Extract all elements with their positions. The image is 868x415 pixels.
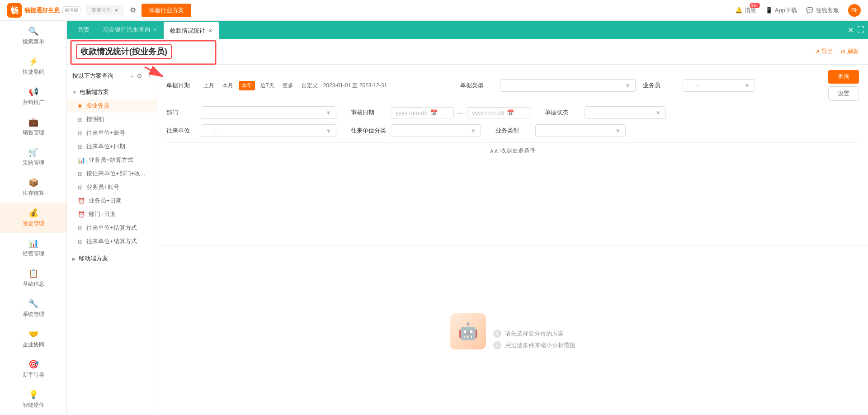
- header-right: 🔔 消息 99+ 📱 App下载 💬 在线客服 Rit: [735, 4, 861, 17]
- settings-icon[interactable]: ⚙: [130, 6, 136, 14]
- logo-icon: 畅: [7, 3, 22, 18]
- scheme-item-salesperson-settlement[interactable]: 📊 业务员+结算方式: [67, 153, 157, 167]
- date-shortcut-this-year[interactable]: 本年: [239, 81, 255, 90]
- action-buttons: 查询 设置: [828, 70, 859, 101]
- online-service-btn[interactable]: 💬 在线客服: [806, 6, 839, 14]
- scheme-group-mobile-title[interactable]: ▶ 移动端方案: [67, 252, 157, 265]
- edition-badge: 标准版: [62, 6, 80, 14]
- sidebar-item-system[interactable]: 🔧 系统管理: [0, 293, 66, 324]
- refresh-icon: ↺: [840, 48, 845, 55]
- scheme-item-salesperson-date[interactable]: ⏰ 业务员+日期: [67, 194, 157, 208]
- sidebar-item-finance[interactable]: 💰 资金管理: [0, 203, 66, 233]
- sidebar-item-quick-nav[interactable]: ⚡ 快捷导航: [0, 51, 66, 81]
- sidebar-item-enterprise[interactable]: 🤝 企业协同: [0, 324, 66, 354]
- mobile-expand-arrow: ▶: [72, 256, 76, 261]
- scheme-item-partner-settlement3[interactable]: ⊞ 往来单位+结算方式: [67, 235, 157, 248]
- date-shortcut-7days[interactable]: 近7天: [258, 81, 277, 90]
- tab-home[interactable]: 首页: [71, 26, 97, 34]
- calendar-icon-end: 📅: [507, 109, 514, 116]
- sidebar-item-sales[interactable]: 💼 销售管理: [0, 112, 66, 142]
- tab-expand-icon[interactable]: ⛶: [857, 26, 864, 34]
- date-shortcut-this-month[interactable]: 本月: [220, 81, 236, 90]
- scheme-item-by-detail[interactable]: ⊞ 按明细: [67, 113, 157, 126]
- user-avatar[interactable]: Rit: [848, 4, 861, 17]
- tab-receipt-stats[interactable]: 收款情况统计 ✕: [164, 22, 219, 40]
- date-shortcuts: 上月 本月 本年 近7天 更多 自定义 2023-01-01 至 2023-12…: [201, 81, 387, 90]
- filter-row-3: 往来单位 ··· ▼ 往来单位分类 ▼: [166, 124, 859, 137]
- sidebar-item-purchase[interactable]: 🛒 采购管理: [0, 142, 66, 172]
- date-shortcut-more[interactable]: 更多: [280, 81, 296, 90]
- desktop-expand-arrow: ▼: [72, 90, 77, 95]
- partner-more-icon[interactable]: ···: [213, 127, 218, 134]
- tab-bar-actions: ✕ ⛶: [848, 26, 864, 34]
- sidebar-item-hardware[interactable]: 💡 智能硬件: [0, 384, 66, 415]
- page-actions: ↗ 导出 ↺ 刷新: [815, 47, 859, 56]
- tip-number-2: 2: [493, 341, 501, 349]
- doc-type-select[interactable]: ▼: [500, 79, 636, 92]
- sidebar-item-basic[interactable]: 📋 基础信息: [0, 263, 66, 293]
- scheme-item-dept-date[interactable]: ⏰ 部门+日期: [67, 208, 157, 221]
- date-separator: —: [458, 109, 463, 116]
- company-selector[interactable]: 某某公司 ▼: [86, 5, 124, 15]
- query-button[interactable]: 查询: [828, 70, 859, 84]
- salesperson-date-icon: ⏰: [78, 198, 85, 204]
- empty-state: 🤖 1 请先选择要分析的方案 2 用过滤条件来缩小分析范围: [157, 246, 868, 415]
- inventory-icon: 📦: [28, 178, 38, 188]
- biz-type-select[interactable]: ▼: [535, 124, 626, 137]
- date-shortcut-last-month[interactable]: 上月: [201, 81, 217, 90]
- marketing-icon: 📢: [28, 87, 38, 97]
- sidebar-item-marketing[interactable]: 📢 营销推广: [0, 81, 66, 112]
- partner-type-label: 往来单位分类: [351, 127, 387, 135]
- scheme-header-actions: + ⚙ 《: [130, 72, 151, 80]
- tab-close-all-icon[interactable]: ✕: [848, 26, 854, 34]
- scheme-add-icon[interactable]: +: [130, 72, 134, 80]
- main-panel: 按以下方案查询 + ⚙ 《 ▼ 电脑端方案: [67, 65, 868, 415]
- scheme-item-by-salesperson[interactable]: ● 按业务员: [67, 99, 157, 113]
- partner-settlement2-icon: ⊞: [78, 225, 83, 231]
- scheme-collapse-icon[interactable]: 《: [145, 72, 151, 80]
- tab-bank-close-icon[interactable]: ✕: [153, 27, 157, 33]
- salesperson-scheme-icon: ●: [78, 102, 82, 110]
- refresh-btn[interactable]: ↺ 刷新: [840, 47, 859, 56]
- scheme-settings-icon[interactable]: ⚙: [137, 72, 142, 80]
- doc-type-label: 单据类型: [460, 81, 496, 90]
- settings-button[interactable]: 设置: [828, 86, 859, 101]
- collapse-more-btn[interactable]: ∧∧ 收起更多条件: [166, 142, 859, 158]
- partner-select[interactable]: ··· ▼: [201, 124, 336, 137]
- tab-receipt-close-icon[interactable]: ✕: [208, 28, 212, 34]
- filter-row-2: 部门 ▼ 审核日期 yyyy-mm-dd 📅: [166, 106, 859, 119]
- doc-status-select[interactable]: ▼: [585, 106, 666, 119]
- notification-btn[interactable]: 🔔 消息 99+: [735, 6, 756, 14]
- salesperson-select[interactable]: ··· ▼: [683, 79, 755, 92]
- partner-type-select[interactable]: ▼: [391, 124, 481, 137]
- dept-select[interactable]: ▼: [201, 106, 336, 119]
- sidebar-item-search-menu[interactable]: 🔍 搜索菜单: [0, 21, 66, 51]
- filter-row-1: 单据日期 上月 本月 本年 近7天 更多 自定义 2023-01-01 至 20…: [166, 70, 859, 101]
- review-date-start[interactable]: yyyy-mm-dd 📅: [391, 107, 454, 118]
- sidebar-item-guide[interactable]: 🎯 新手引导: [0, 354, 66, 384]
- review-date-end[interactable]: yyyy-mm-dd 📅: [467, 107, 530, 118]
- calendar-icon-start: 📅: [430, 109, 438, 116]
- scheme-item-partner-dept[interactable]: ⊞ 按往来单位+部门+收...: [67, 167, 157, 180]
- operation-icon: 📊: [28, 238, 38, 248]
- scheme-item-partner-account[interactable]: ⊞ 往来单位+账号: [67, 126, 157, 140]
- salesperson-settlement-icon: 📊: [78, 157, 85, 164]
- search-menu-icon: 🔍: [28, 26, 38, 36]
- tab-bar: 首页 现金银行流水查询 ✕ 收款情况统计 ✕ ✕ ⛶: [67, 21, 868, 39]
- scheme-item-partner-settlement2[interactable]: ⊞ 往来单位+结算方式: [67, 221, 157, 235]
- date-shortcut-custom[interactable]: 自定义: [299, 81, 321, 90]
- export-btn[interactable]: ↗ 导出: [815, 47, 833, 56]
- sidebar-item-operation[interactable]: 📊 经营管理: [0, 233, 66, 263]
- filter-container: 单据日期 上月 本月 本年 近7天 更多 自定义 2023-01-01 至 20…: [157, 65, 868, 415]
- scheme-group-desktop-title[interactable]: ▼ 电脑端方案: [67, 85, 157, 99]
- sidebar-item-inventory[interactable]: 📦 库存核算: [0, 172, 66, 203]
- page-content: 收款情况统计(按业务员) ↗ 导出 ↺ 刷新 按以下: [67, 39, 868, 415]
- salesperson-more-icon[interactable]: ···: [695, 82, 700, 89]
- salesperson-account-icon: ⊞: [78, 184, 83, 191]
- empty-tips: 1 请先选择要分析的方案 2 用过滤条件来缩小分析范围: [493, 330, 576, 349]
- app-download-btn[interactable]: 📱 App下载: [765, 6, 797, 14]
- scheme-item-partner-date[interactable]: ⊞ 往来单位+日期: [67, 140, 157, 153]
- tab-bank-flow[interactable]: 现金银行流水查询 ✕: [97, 21, 164, 39]
- trial-button[interactable]: 体验行业方案: [142, 4, 191, 17]
- scheme-item-salesperson-account[interactable]: ⊞ 业务员+账号: [67, 180, 157, 194]
